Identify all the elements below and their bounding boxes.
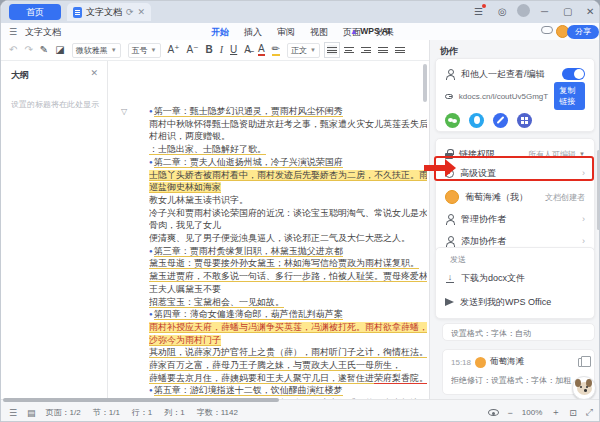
align-left-icon[interactable]: [327, 45, 337, 55]
horizontal-scrollbar[interactable]: [3, 398, 279, 402]
minimize-button[interactable]: ─: [541, 5, 548, 19]
paragraph-style-select[interactable]: 正文▼: [287, 43, 320, 58]
spellcheck-icon[interactable]: ▤: [27, 408, 36, 418]
refresh-icon[interactable]: ⟳: [126, 7, 134, 17]
doc-line[interactable]: ●第三章：贾雨村夤缘复旧职，林黛玉抛父进京都: [149, 245, 427, 258]
doc-line[interactable]: 招惹宝玉：宝黛相会、一见如故。: [149, 296, 427, 309]
statusbar-item-0: 页面：1/2: [46, 407, 81, 418]
doc-line[interactable]: 沙弥今为雨村门子: [149, 334, 427, 347]
font-size-select[interactable]: 五号▼: [128, 43, 161, 58]
zoom-in-icon[interactable]: ＋: [551, 406, 560, 419]
doc-line[interactable]: ●第四章：薄命女偏逢薄命郎，葫芦僧乱判葫芦案: [149, 308, 427, 321]
share-wechat-icon[interactable]: [445, 113, 460, 128]
history-partial-text: 设置格式：字体：自动: [443, 324, 594, 339]
strikethrough-icon[interactable]: A̶: [244, 45, 251, 55]
share-toggle[interactable]: [562, 68, 585, 80]
manage-collaborators-icon: [445, 214, 455, 224]
share-qq-icon[interactable]: [469, 113, 484, 128]
zoom-level[interactable]: 100%: [522, 408, 542, 417]
doc-line[interactable]: 其劝阻，说薛家乃护官符上之贵（薛），雨村听门子之计，徇情枉法。: [149, 346, 427, 359]
doc-line[interactable]: 王夫人嘱黛玉不要: [149, 283, 427, 296]
maximize-button[interactable]: ▢: [563, 5, 572, 19]
download-docx-item[interactable]: ↓下载为docx文件: [436, 268, 594, 288]
eye-protection-icon[interactable]: [488, 409, 499, 416]
font-color-icon[interactable]: A: [258, 44, 265, 56]
underline-icon[interactable]: U: [230, 45, 237, 55]
outline-close-icon[interactable]: ✕: [90, 68, 98, 78]
copy-icon[interactable]: [578, 358, 586, 367]
hamburger-menu-icon[interactable]: ☰: [474, 5, 483, 19]
font-name-select[interactable]: 微软雅黑▼: [72, 43, 121, 58]
share-link-text: kdocs.cn/l/coutUv5GmgT: [459, 92, 548, 101]
outline-title: 大纲: [11, 69, 29, 82]
doc-line[interactable]: 雨村中秋咏怀得甄士隐资助进京赶考之事，甄家遭火灾女儿英莲丢失后出家，甄士隐与雨: [149, 118, 427, 131]
send-item-label: 下载为docx文件: [461, 272, 525, 285]
share-copy-link-icon[interactable]: [493, 113, 508, 128]
doc-line[interactable]: 薛蟠要去京月住，薛姨妈要和王夫人聚守几日，遂暂住进荣府梨香院。: [149, 372, 427, 385]
send-icon: [445, 298, 454, 306]
send-card: 发送 ↓下载为docx文件发送到我的WPS Office: [435, 247, 595, 319]
send-to-wps-item[interactable]: 发送到我的WPS Office: [436, 292, 594, 312]
doc-line[interactable]: ●第二章：贾夫人仙逝扬州城，冷子兴演说荣国府: [149, 156, 427, 169]
doc-tab-label: 文字文档: [86, 6, 122, 19]
align-right-icon[interactable]: [361, 45, 371, 55]
statusbar-menu-icon[interactable]: ☰: [9, 408, 17, 418]
owner-avatar: [445, 190, 459, 204]
align-center-icon[interactable]: [344, 45, 354, 55]
doc-line[interactable]: 便清爽、见了男子便觉浊臭逼人，谈论邪正二气及大仁大恶之人。: [149, 232, 427, 245]
redo-icon[interactable]: ↷: [24, 45, 32, 55]
doc-line[interactable]: 黛玉进贾府，不敢多说一句话、多行一步路，怕被人耻笑。贾母疼爱林黛玉；王熙凤出场；: [149, 270, 427, 283]
clear-format-icon[interactable]: ◪: [55, 45, 64, 55]
menubar: ☰ 文字文档 开始插入审阅视图页面效果 ▲ WPS AI 分享: [1, 23, 600, 40]
close-button[interactable]: ✕: [586, 5, 594, 19]
owner-name: 葡萄海滩（我）: [465, 191, 528, 204]
copy-link-button[interactable]: 复制链接: [554, 82, 585, 110]
doc-line[interactable]: 黛玉母逝：贾母要接外孙女黛玉；林如海写信给贾政为雨村谋复职。: [149, 257, 427, 270]
manage-collaborators-item[interactable]: 管理协作者 ›: [436, 209, 594, 229]
paragraph-handle-icon[interactable]: ▽: [121, 107, 127, 116]
doc-line[interactable]: 教女儿林黛玉读书识字。: [149, 194, 427, 207]
doc-line[interactable]: 雨村补授应天府，薛蟠与冯渊争买英莲，冯渊被打死。雨村欲拿薛蟠， 当日葫芦庙小: [149, 321, 427, 334]
vertical-scrollbar[interactable]: [423, 64, 427, 102]
fullscreen-icon[interactable]: ⤢: [586, 407, 593, 418]
decrease-font-icon[interactable]: A⁻: [186, 45, 198, 55]
doc-line[interactable]: 村相识，两度赠银。: [149, 130, 427, 143]
account-avatar[interactable]: [517, 4, 530, 21]
line-spacing-icon[interactable]: [395, 45, 405, 55]
doc-line[interactable]: 士隐丫头娇杏被雨村看中，雨村发迹后先娶娇杏为二房，不久扶正。雨村因贪酷被革职带: [149, 169, 427, 182]
doc-line[interactable]: 薛家百万之富，薛母乃王子腾之妹，与贾政夫人王氏一母所生，: [149, 359, 427, 372]
file-menu-icon[interactable]: ☰: [9, 25, 17, 39]
menubar-doc-name: 文字文档: [25, 26, 61, 39]
document-area[interactable]: ▽ ●第一章：甄士隐梦幻识通灵，贾雨村风尘怀闺秀雨村中秋咏怀得甄士隐资助进京赶考…: [108, 61, 429, 399]
chevron-right-icon: ›: [582, 214, 585, 224]
doc-line[interactable]: 骨肉，我见了女儿: [149, 219, 427, 232]
home-button[interactable]: 首页: [9, 4, 61, 20]
share-dingtalk-icon[interactable]: [517, 113, 532, 128]
tab-wps-ai[interactable]: ▲ WPS AI: [350, 26, 390, 36]
statusbar-item-3: 列：1: [164, 407, 184, 418]
zoom-out-icon[interactable]: −: [508, 408, 513, 418]
justify-icon[interactable]: [378, 45, 388, 55]
history-record-partial: 设置格式：字体：自动: [442, 323, 595, 341]
italic-icon[interactable]: I: [220, 45, 223, 55]
doc-line[interactable]: ：士隐出家、士隐解好了歌。: [149, 143, 427, 156]
doc-line[interactable]: ●第一章：甄士隐梦幻识通灵，贾雨村风尘怀闺秀: [149, 105, 427, 118]
doc-line[interactable]: ●第五章：游幻境指迷十二钗，饮仙醪曲演红楼梦: [149, 384, 427, 397]
doc-line[interactable]: 巡盐御史林如海家: [149, 181, 427, 194]
doc-line[interactable]: 冷子兴和贾雨村谈论荣国府的近况：谈论宝玉聪明淘气、常说女儿是水做的骨肉，男子是泥…: [149, 207, 427, 220]
cloud-sync-icon[interactable]: [541, 26, 553, 34]
statusbar-item-1: 节：1/1: [93, 407, 120, 418]
undo-icon[interactable]: ↶: [9, 45, 17, 55]
history-record: 15:18 葡萄海滩 拒绝修订：设置格式：字体：加粗: [442, 349, 595, 395]
tab-close-icon[interactable]: ✕: [138, 7, 146, 17]
fit-page-icon[interactable]: ⊡: [569, 408, 577, 418]
increase-font-icon[interactable]: A⁺: [168, 45, 180, 55]
highlight-color-icon[interactable]: ✏: [272, 44, 280, 56]
share-button[interactable]: 分享: [567, 25, 599, 39]
document-tab[interactable]: 文字文档 ⟳ ✕: [67, 3, 151, 21]
format-painter-icon[interactable]: ✎: [40, 45, 48, 55]
settings-icon[interactable]: ◎: [498, 5, 507, 19]
history-message: 拒绝修订：设置格式：字体：加粗: [451, 375, 581, 386]
owner-item: 葡萄海滩（我） 文档创建者: [436, 187, 594, 207]
bold-icon[interactable]: B: [205, 45, 212, 55]
